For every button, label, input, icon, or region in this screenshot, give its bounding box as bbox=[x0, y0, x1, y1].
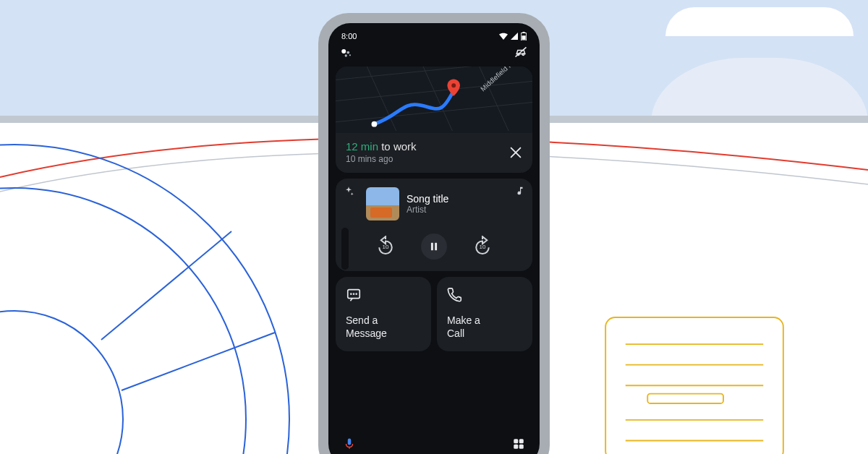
car-mode-icon[interactable] bbox=[514, 45, 528, 62]
bg-cloud bbox=[665, 7, 854, 36]
rewind-10-button[interactable]: 10 bbox=[375, 236, 396, 257]
sparkle-icon bbox=[343, 186, 354, 197]
forward-10-button[interactable]: 10 bbox=[472, 236, 493, 257]
commute-destination: to work bbox=[378, 140, 417, 153]
status-time: 8:00 bbox=[341, 32, 357, 40]
phone-screen: 8:00 bbox=[328, 23, 540, 454]
send-message-label: Send a Message bbox=[346, 314, 421, 340]
svg-rect-34 bbox=[514, 439, 518, 443]
volume-slider[interactable] bbox=[341, 228, 349, 270]
svg-rect-28 bbox=[431, 243, 433, 251]
svg-point-33 bbox=[356, 294, 357, 294]
status-icons bbox=[499, 32, 527, 40]
action-tiles: Send a Message Make a Call bbox=[336, 277, 532, 351]
commute-eta-line: 12 min to work bbox=[346, 140, 417, 153]
wifi-icon bbox=[499, 33, 508, 40]
app-bar bbox=[336, 45, 532, 67]
svg-rect-7 bbox=[647, 394, 723, 403]
svg-point-15 bbox=[345, 54, 347, 56]
signal-icon bbox=[511, 33, 518, 40]
svg-point-16 bbox=[349, 54, 351, 56]
close-icon[interactable] bbox=[508, 145, 524, 160]
phone-frame: 8:00 bbox=[318, 13, 550, 454]
media-card[interactable]: Song title Artist 10 10 bbox=[336, 179, 532, 271]
rewind-seconds: 10 bbox=[375, 236, 396, 257]
app-grid-button[interactable] bbox=[512, 437, 525, 453]
send-message-tile[interactable]: Send a Message bbox=[336, 277, 431, 351]
svg-rect-29 bbox=[435, 243, 437, 251]
mic-button[interactable] bbox=[343, 437, 356, 453]
svg-point-2 bbox=[0, 311, 123, 454]
svg-rect-37 bbox=[519, 445, 524, 449]
album-art[interactable] bbox=[366, 187, 399, 220]
svg-rect-36 bbox=[514, 445, 518, 449]
bottom-nav bbox=[336, 432, 532, 454]
make-call-tile[interactable]: Make a Call bbox=[437, 277, 532, 351]
svg-point-13 bbox=[341, 49, 346, 53]
make-call-label: Make a Call bbox=[447, 314, 522, 340]
svg-point-26 bbox=[372, 121, 378, 127]
commute-map[interactable]: Middlefield Rd bbox=[336, 67, 532, 133]
commute-timestamp: 10 mins ago bbox=[346, 154, 417, 164]
bg-steering-wheel bbox=[0, 130, 304, 454]
song-title: Song title bbox=[407, 193, 448, 205]
message-icon bbox=[346, 287, 362, 303]
svg-line-22 bbox=[336, 102, 532, 123]
svg-point-31 bbox=[351, 294, 352, 294]
assistant-icon[interactable] bbox=[340, 47, 353, 60]
svg-point-18 bbox=[522, 53, 524, 56]
svg-point-32 bbox=[354, 294, 354, 294]
music-note-icon bbox=[515, 186, 525, 196]
phone-icon bbox=[447, 287, 463, 303]
commute-card[interactable]: Middlefield Rd 12 min to work 10 bbox=[336, 67, 532, 173]
commute-eta: 12 min bbox=[346, 140, 378, 153]
status-bar: 8:00 bbox=[336, 30, 532, 45]
battery-icon bbox=[521, 32, 527, 40]
svg-rect-35 bbox=[519, 439, 524, 443]
bg-notepad bbox=[600, 317, 788, 454]
song-artist: Artist bbox=[407, 205, 448, 215]
svg-rect-11 bbox=[523, 32, 525, 33]
svg-point-27 bbox=[451, 83, 456, 87]
svg-point-14 bbox=[346, 51, 349, 54]
forward-seconds: 10 bbox=[472, 236, 493, 257]
svg-rect-12 bbox=[522, 35, 525, 40]
pause-button[interactable] bbox=[421, 234, 447, 260]
road-label: Middlefield Rd bbox=[479, 67, 517, 93]
